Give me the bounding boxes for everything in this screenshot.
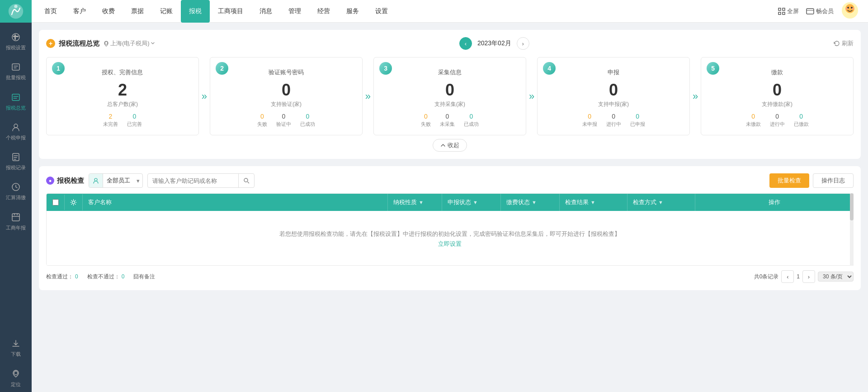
nav-fee[interactable]: 收费 [94,0,123,23]
nav-operation[interactable]: 经营 [309,0,338,23]
sidebar-item-download[interactable]: 下载 [0,334,32,362]
stat-item-complete[interactable]: 0 已完善 [127,113,142,128]
step-badge-1: 1 [52,62,65,75]
operation-log-btn[interactable]: 操作日志 [813,173,854,188]
nav-business[interactable]: 工商项目 [210,0,251,23]
nav-message[interactable]: 消息 [251,0,280,23]
app-logo[interactable] [0,0,32,23]
prev-month-btn[interactable]: ‹ [459,37,472,50]
sidebar-item-batch-tax[interactable]: 批量报税 [0,57,32,85]
tax-overview-icon [10,92,21,103]
stat-label-uncollected: 未采集 [440,121,455,128]
th-gear[interactable] [65,194,83,210]
th-check-result[interactable]: 检查结果 ▼ [560,194,627,211]
nav-management[interactable]: 管理 [280,0,309,23]
stat-num-verified: 0 [306,113,310,120]
th-declare-status[interactable]: 申报状态 ▼ [442,194,501,211]
nav-service[interactable]: 服务 [338,0,367,23]
check-table: 客户名称 纳税性质 ▼ 申报状态 ▼ 缴费状态 ▼ [46,193,854,266]
next-month-btn[interactable]: › [517,37,529,50]
filter-icon-method: ▼ [658,200,663,205]
staff-selector[interactable]: 全部员工 ▾ [89,173,143,188]
card-sub-4: 支持申报(家) [545,100,682,108]
current-page: 1 [797,273,800,280]
stat-item-verifying[interactable]: 0 验证中 [276,113,291,128]
sidebar-item-settlement[interactable]: 汇算清缴 [0,177,32,205]
fail-count[interactable]: 0 [122,273,125,280]
check-title-wrap: ● 报税检查 [46,177,84,185]
stat-label-collected: 已成功 [464,121,479,128]
nav-tax[interactable]: 报税 [181,0,210,23]
card-sub-5: 支持缴款(家) [708,100,846,108]
stat-item-collected[interactable]: 0 已成功 [464,113,479,128]
stat-item-uncollected[interactable]: 0 未采集 [440,113,455,128]
th-checkbox[interactable] [47,195,65,210]
search-input[interactable] [148,177,238,184]
location-selector[interactable]: 上海(电子税局) [103,39,155,48]
nav-accounting[interactable]: 记账 [152,0,181,23]
setup-link[interactable]: 立即设置 [438,240,462,248]
stat-item-verified[interactable]: 0 已成功 [300,113,315,128]
table-footer: 检查通过： 0 检查不通过： 0 囧有备注 共0条记录 ‹ 1 › 30 条/页 [46,266,854,283]
stat-item-declaring[interactable]: 0 进行中 [606,113,621,128]
collapse-btn[interactable]: 收起 [433,139,467,152]
stat-item-paying[interactable]: 0 进行中 [770,113,785,128]
sidebar-item-personal-tax[interactable]: 个税申报 [0,117,32,145]
card-title-1: 授权、完善信息 [54,68,191,76]
search-button[interactable] [238,174,254,187]
sidebar-label-batch-tax: 批量报税 [6,74,26,81]
stat-item-unpaid[interactable]: 0 未缴款 [746,113,761,128]
filter-icon-pay: ▼ [532,200,537,205]
collapse-row: 收起 [46,135,854,152]
svg-rect-3 [783,8,785,10]
stat-item-fail-2[interactable]: 0 失败 [257,113,267,128]
batch-check-btn[interactable]: 批量检查 [769,173,809,188]
nav-home[interactable]: 首页 [36,0,65,23]
prev-page-btn[interactable]: ‹ [781,270,794,283]
select-all-checkbox[interactable] [52,199,59,206]
stat-num-paid: 0 [799,113,803,120]
sidebar-item-tax-overview[interactable]: 报税总览 [0,87,32,115]
svg-rect-4 [778,12,781,14]
sidebar-item-tax-records[interactable]: 报税记录 [0,147,32,175]
stat-item-undeclared[interactable]: 0 未申报 [582,113,597,128]
pass-count[interactable]: 0 [75,273,78,280]
stat-item-fail-3[interactable]: 0 失败 [421,113,431,128]
top-navigation: 首页 客户 收费 票据 记账 报税 工商项目 消息 管理 经营 服务 设置 全屏… [0,0,868,23]
card-stats-3: 0 失败 0 未采集 0 已成功 [381,113,519,128]
nav-invoice[interactable]: 票据 [123,0,152,23]
flow-card-4: 4 申报 0 支持申报(家) 0 未申报 0 进行中 [537,57,690,135]
svg-rect-17 [12,94,19,100]
stat-item-paid[interactable]: 0 已缴款 [794,113,809,128]
th-tax-nature[interactable]: 纳税性质 ▼ [388,194,442,211]
header-right-buttons: 批量检查 操作日志 [769,173,854,188]
sidebar-item-tax-settings[interactable]: 报税设置 [0,27,32,55]
stat-num-declared: 0 [636,113,639,120]
nav-client[interactable]: 客户 [65,0,94,23]
check-title-icon: ● [46,177,54,185]
step-badge-2: 2 [216,62,228,75]
personal-tax-icon [10,122,21,133]
nav-settings[interactable]: 设置 [367,0,396,23]
scrollbar[interactable] [850,193,854,266]
sidebar-item-location[interactable]: 定位 [0,364,32,392]
vip-btn[interactable]: 畅会员 [806,7,834,15]
next-page-btn[interactable]: › [802,270,815,283]
page-size-selector[interactable]: 30 条/页 [818,272,854,282]
stat-item-declared[interactable]: 0 已申报 [630,113,645,128]
th-pay-status[interactable]: 缴费状态 ▼ [501,194,560,211]
stat-label-declaring: 进行中 [606,121,621,128]
fullscreen-btn[interactable]: 全屏 [778,7,799,15]
pagination: 共0条记录 ‹ 1 › 30 条/页 [754,270,854,283]
card-title-3: 采集信息 [381,68,519,76]
stat-num-complete: 0 [132,113,136,120]
th-check-method[interactable]: 检查方式 ▼ [627,194,695,211]
refresh-btn[interactable]: 刷新 [834,39,854,48]
card-sub-3: 支持采集(家) [381,100,519,108]
card-title-2: 验证账号密码 [217,68,355,76]
scroll-thumb[interactable] [850,193,854,220]
main-content-area: + 报税流程总览 上海(电子税局) ‹ 2023年02月 › 刷新 [32,23,868,392]
stat-item-incomplete[interactable]: 2 未完善 [103,113,118,128]
mascot-avatar[interactable] [841,1,859,21]
sidebar-item-annual-report[interactable]: 工商年报 [0,207,32,235]
